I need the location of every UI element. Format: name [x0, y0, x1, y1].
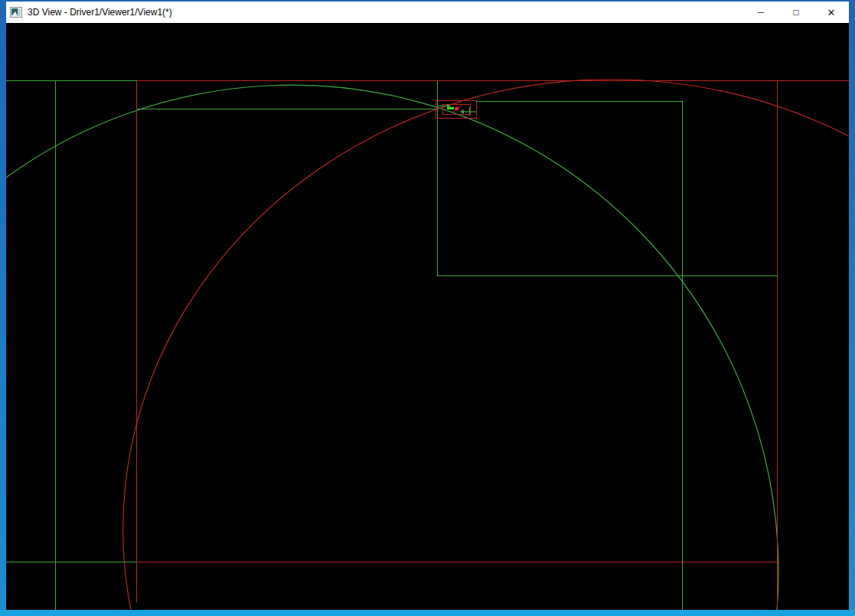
window-title: 3D View - Driver1/Viewer1/View1(*) — [28, 7, 743, 18]
minimize-button[interactable]: ─ — [743, 2, 778, 23]
app-window: 3D View - Driver1/Viewer1/View1(*) ─ □ ✕ — [0, 0, 855, 616]
app-icon[interactable] — [10, 7, 22, 18]
scene-arc-green — [6, 85, 778, 610]
close-button[interactable]: ✕ — [814, 2, 849, 23]
scene-arrowhead — [460, 109, 464, 114]
caption-buttons: ─ □ ✕ — [743, 2, 849, 23]
window-border-right[interactable] — [849, 0, 855, 616]
maximize-button[interactable]: □ — [778, 2, 814, 23]
viewport-canvas[interactable] — [6, 23, 849, 610]
scene-origin-marker — [455, 107, 459, 111]
title-bar[interactable]: 3D View - Driver1/Viewer1/View1(*) ─ □ ✕ — [6, 2, 849, 23]
window-border-top — [0, 0, 855, 2]
window-border-bottom[interactable] — [0, 610, 855, 616]
viewport-container — [6, 23, 849, 610]
window-border-left[interactable] — [0, 0, 6, 616]
scene-arc-red — [123, 80, 849, 610]
